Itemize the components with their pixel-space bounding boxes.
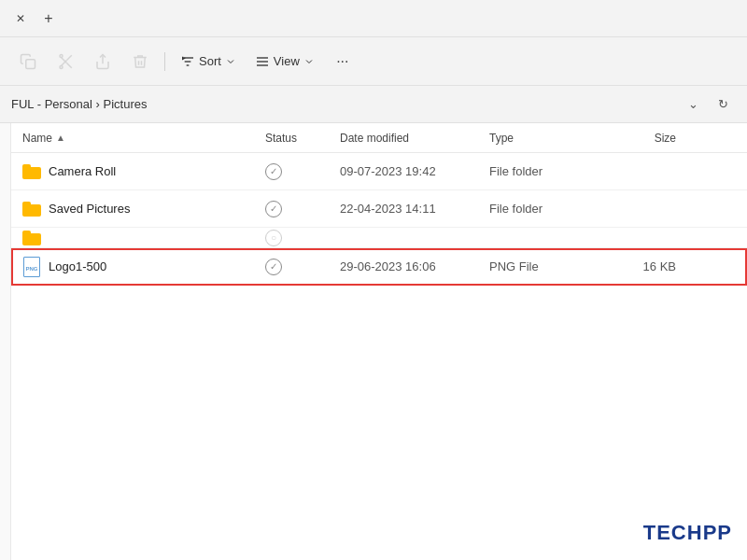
address-bar: FUL - Personal › Pictures ⌄ ↻	[0, 86, 747, 123]
tab-add-button[interactable]: +	[35, 6, 62, 32]
check-icon: ✓	[265, 259, 282, 275]
svg-line-5	[67, 63, 72, 67]
column-headers: Name ▲ Status Date modified Type Size	[11, 123, 747, 153]
file-name-cell: Saved Pictures	[22, 202, 265, 217]
title-bar: ✕ +	[0, 0, 747, 37]
file-status: ✓	[265, 201, 340, 217]
file-list: Name ▲ Status Date modified Type Size Ca…	[11, 123, 747, 560]
file-date: 22-04-2023 14:11	[340, 202, 489, 216]
col-header-date[interactable]: Date modified	[340, 132, 489, 145]
svg-point-1	[60, 65, 63, 68]
file-status: ✓	[265, 163, 340, 180]
file-status: ✓	[265, 259, 340, 275]
col-header-size[interactable]: Size	[601, 132, 676, 145]
breadcrumb[interactable]: FUL - Personal › Pictures	[11, 97, 674, 111]
sort-dropdown-btn[interactable]: Sort	[173, 45, 244, 78]
folder-icon	[22, 231, 41, 245]
check-icon: ✓	[265, 201, 282, 217]
col-header-name[interactable]: Name ▲	[22, 132, 265, 145]
table-row[interactable]: PNG Logo1-500 ✓ 29-06-2023 16:06 PNG Fil…	[11, 248, 747, 286]
col-header-type[interactable]: Type	[489, 132, 601, 145]
watermark-text: TECH	[643, 521, 703, 544]
main-area: Name ▲ Status Date modified Type Size Ca…	[0, 123, 747, 560]
file-type: PNG File	[489, 259, 601, 273]
file-type: File folder	[489, 202, 601, 216]
sidebar	[0, 123, 11, 560]
svg-rect-0	[26, 59, 35, 68]
copy-btn[interactable]	[11, 45, 45, 78]
dropdown-btn[interactable]: ⌄	[680, 91, 706, 118]
watermark-pp: PP	[703, 521, 732, 544]
tab-close-button[interactable]: ✕	[7, 6, 34, 32]
svg-line-6	[67, 55, 72, 60]
sort-arrow-icon: ▲	[56, 133, 65, 143]
file-name-cell: PNG Logo1-500	[22, 258, 265, 276]
file-name-cell	[22, 231, 265, 245]
delete-btn[interactable]	[123, 45, 157, 78]
file-name: Camera Roll	[49, 164, 116, 178]
toolbar: Sort View ···	[0, 37, 747, 86]
file-type: File folder	[489, 164, 601, 178]
file-date: 09-07-2023 19:42	[340, 164, 489, 178]
file-name: Saved Pictures	[49, 202, 130, 216]
check-icon: ○	[265, 230, 282, 246]
file-name-cell: Camera Roll	[22, 164, 265, 179]
file-name: Logo1-500	[49, 259, 106, 273]
share-btn[interactable]	[86, 45, 120, 78]
watermark: TECHPP	[643, 521, 732, 545]
folder-icon	[22, 202, 41, 217]
table-row[interactable]: Camera Roll ✓ 09-07-2023 19:42 File fold…	[11, 153, 747, 190]
toolbar-sep-1	[164, 52, 165, 71]
file-status: ○	[265, 230, 340, 246]
file-size: 16 KB	[601, 259, 676, 273]
more-btn[interactable]: ···	[326, 45, 359, 78]
address-bar-actions: ⌄ ↻	[680, 91, 736, 118]
png-file-icon: PNG	[22, 258, 41, 276]
view-dropdown-btn[interactable]: View	[247, 45, 322, 78]
folder-icon	[22, 164, 41, 179]
svg-point-2	[60, 54, 63, 57]
refresh-btn[interactable]: ↻	[710, 91, 736, 118]
table-row[interactable]: ○	[11, 228, 747, 248]
sort-label: Sort	[199, 54, 221, 68]
cut-btn[interactable]	[49, 45, 82, 78]
col-header-status[interactable]: Status	[265, 132, 340, 145]
table-row[interactable]: Saved Pictures ✓ 22-04-2023 14:11 File f…	[11, 190, 747, 228]
view-label: View	[274, 54, 300, 68]
check-icon: ✓	[265, 163, 282, 180]
file-date: 29-06-2023 16:06	[340, 259, 489, 273]
